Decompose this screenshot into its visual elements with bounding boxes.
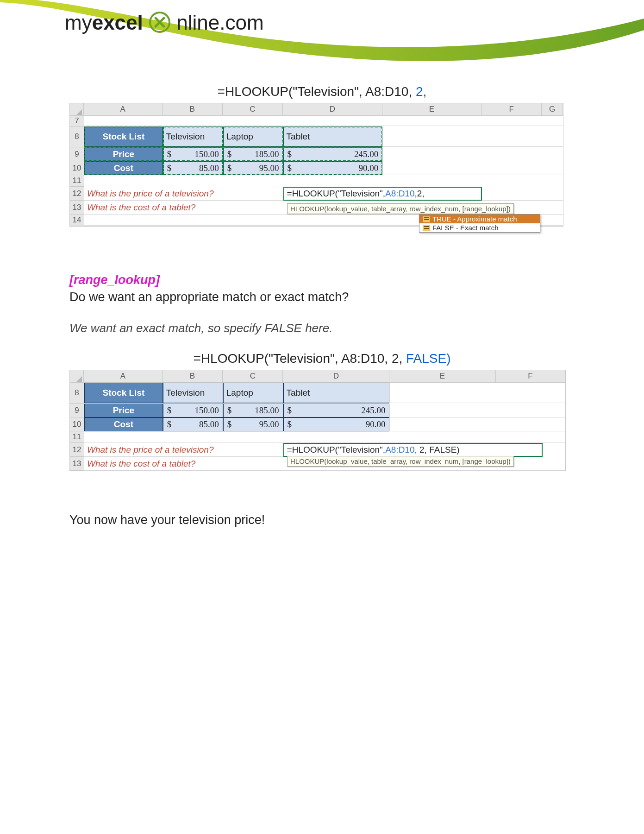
col-D[interactable]: D xyxy=(283,370,389,382)
cell[interactable] xyxy=(389,417,496,431)
cell[interactable] xyxy=(382,161,482,175)
cell[interactable] xyxy=(283,175,383,186)
cell[interactable] xyxy=(482,116,542,126)
row-13[interactable]: 13 xyxy=(70,457,84,471)
column-headers: A B C D E F G xyxy=(70,103,563,116)
price-tv[interactable]: $150.00 xyxy=(163,147,223,161)
formula-being-typed[interactable]: =HLOOKUP("Television",A8:D10,2, xyxy=(283,187,482,201)
cell[interactable] xyxy=(542,175,563,186)
svg-rect-3 xyxy=(424,219,429,220)
cell[interactable] xyxy=(496,383,565,403)
col-F[interactable]: F xyxy=(496,370,565,382)
cost-tv[interactable]: $85.00 xyxy=(163,161,223,175)
col-A[interactable]: A xyxy=(84,370,163,382)
col-B[interactable]: B xyxy=(163,103,223,115)
cost-tv[interactable]: $85.00 xyxy=(163,417,223,431)
cell[interactable] xyxy=(382,116,482,126)
price-tablet[interactable]: $245.00 xyxy=(283,147,383,161)
row-12[interactable]: 12 xyxy=(70,187,84,201)
autocomplete-option-true[interactable]: TRUE - Approximate match xyxy=(419,215,540,223)
row-10[interactable]: 10 xyxy=(70,417,84,431)
row-10[interactable]: 10 xyxy=(70,161,84,175)
cell[interactable] xyxy=(382,126,482,147)
cost-tablet[interactable]: $90.00 xyxy=(283,161,383,175)
cell[interactable] xyxy=(389,404,496,417)
cell[interactable] xyxy=(84,175,163,186)
tv-header[interactable]: Television xyxy=(163,126,223,147)
col-E[interactable]: E xyxy=(389,370,496,382)
laptop-header[interactable]: Laptop xyxy=(223,126,283,147)
row-8[interactable]: 8 xyxy=(70,126,84,147)
cell[interactable] xyxy=(382,175,482,186)
col-C[interactable]: C xyxy=(223,370,283,382)
formula-being-typed[interactable]: =HLOOKUP("Television", A8:D10, 2, FALSE) xyxy=(283,443,543,457)
cell[interactable] xyxy=(482,187,563,201)
cost-laptop[interactable]: $95.00 xyxy=(223,417,283,431)
cell[interactable] xyxy=(482,126,542,147)
question-2[interactable]: What is the cost of a tablet? xyxy=(84,201,283,215)
question-2[interactable]: What is the cost of a tablet? xyxy=(84,457,283,471)
row-9[interactable]: 9 xyxy=(70,147,84,161)
cell[interactable] xyxy=(163,116,223,126)
laptop-header[interactable]: Laptop xyxy=(223,383,283,403)
cell[interactable] xyxy=(482,147,542,161)
cost-label[interactable]: Cost xyxy=(84,161,163,175)
row-11[interactable]: 11 xyxy=(70,431,84,443)
cell[interactable] xyxy=(496,404,565,417)
svg-rect-5 xyxy=(424,226,429,227)
cell[interactable] xyxy=(84,431,565,442)
cell[interactable] xyxy=(542,147,563,161)
tablet-header[interactable]: Tablet xyxy=(283,126,383,147)
row-8[interactable]: 8 xyxy=(70,383,84,404)
autocomplete-option-false[interactable]: FALSE - Exact match xyxy=(419,223,540,232)
cell[interactable] xyxy=(163,175,223,186)
col-G[interactable]: G xyxy=(542,103,563,115)
cost-label[interactable]: Cost xyxy=(84,417,163,431)
cell[interactable] xyxy=(389,383,496,403)
price-tv[interactable]: $150.00 xyxy=(163,404,223,417)
select-all-corner[interactable] xyxy=(70,103,84,115)
stock-list-header[interactable]: Stock List xyxy=(84,383,163,403)
cell[interactable] xyxy=(482,175,542,186)
question-1[interactable]: What is the price of a television? xyxy=(84,187,283,201)
option-icon xyxy=(422,215,431,223)
tv-header[interactable]: Television xyxy=(163,383,223,403)
cell[interactable] xyxy=(382,147,482,161)
cell[interactable] xyxy=(542,116,563,126)
col-A[interactable]: A xyxy=(84,103,163,115)
cell[interactable] xyxy=(223,175,283,186)
row-11[interactable]: 11 xyxy=(70,175,84,187)
row-9[interactable]: 9 xyxy=(70,404,84,417)
row-14[interactable]: 14 xyxy=(70,215,84,226)
col-D[interactable]: D xyxy=(283,103,382,115)
price-laptop[interactable]: $185.00 xyxy=(223,404,283,417)
cell[interactable] xyxy=(496,417,565,431)
col-B[interactable]: B xyxy=(163,370,223,382)
price-laptop[interactable]: $185.00 xyxy=(223,147,283,161)
price-label[interactable]: Price xyxy=(84,404,163,417)
cell[interactable] xyxy=(542,126,563,147)
cost-tablet[interactable]: $90.00 xyxy=(283,417,390,431)
range-lookup-answer: We want an exact match, so specify FALSE… xyxy=(69,321,575,335)
column-headers: A B C D E F xyxy=(70,370,565,383)
select-all-corner[interactable] xyxy=(70,370,84,382)
col-C[interactable]: C xyxy=(223,103,283,115)
col-F[interactable]: F xyxy=(481,103,542,115)
price-tablet[interactable]: $245.00 xyxy=(283,404,390,417)
row-12[interactable]: 12 xyxy=(70,443,84,457)
stock-list-header[interactable]: Stock List xyxy=(84,126,163,147)
cost-laptop[interactable]: $95.00 xyxy=(223,161,283,175)
formula2-arg: FALSE) xyxy=(406,351,450,366)
price-label[interactable]: Price xyxy=(84,147,163,161)
row-13[interactable]: 13 xyxy=(70,201,84,215)
autocomplete-dropdown[interactable]: TRUE - Approximate match FALSE - Exact m… xyxy=(419,214,540,233)
question-1[interactable]: What is the price of a television? xyxy=(84,443,283,457)
col-E[interactable]: E xyxy=(382,103,482,115)
cell[interactable] xyxy=(542,161,563,175)
cell[interactable] xyxy=(283,116,383,126)
tablet-header[interactable]: Tablet xyxy=(283,383,390,403)
cell[interactable] xyxy=(223,116,283,126)
cell[interactable] xyxy=(482,161,542,175)
row-7[interactable]: 7 xyxy=(70,116,84,126)
cell[interactable] xyxy=(84,116,163,126)
